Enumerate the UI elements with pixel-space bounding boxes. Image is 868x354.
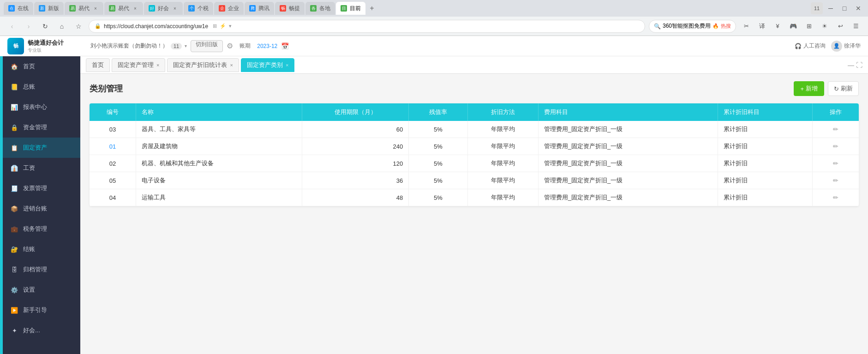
tab-label-2: 新版 (48, 5, 59, 12)
minimize-button[interactable]: ─ (825, 2, 837, 14)
undo-icon[interactable]: ↩ (834, 20, 847, 33)
new-tab-button[interactable]: + (366, 3, 377, 14)
content-tab-fixed-dep-close[interactable]: × (230, 62, 233, 68)
sidebar-item-tax[interactable]: 💼 税务管理 (3, 219, 80, 239)
content-tab-fixed-mgmt-close[interactable]: × (156, 62, 159, 68)
browser-tab-6[interactable]: 个 个税 (184, 2, 213, 15)
user-avatar[interactable]: 👤 徐泽华 (831, 41, 861, 52)
menu-icon[interactable]: ☰ (850, 20, 862, 33)
edit-button-4[interactable]: ✏ (833, 177, 838, 184)
back-button[interactable]: ‹ (6, 20, 18, 33)
sidebar-item-fixed[interactable]: 📋 固定资产 (3, 138, 80, 158)
cell-accum-3: 累计折旧 (718, 155, 812, 172)
edit-button-5[interactable]: ✏ (833, 194, 838, 201)
consult-label: 人工咨询 (803, 42, 826, 50)
url-text: https://cloud.chanjet.com/accounting/uw1… (104, 23, 208, 30)
sidebar-item-invoice[interactable]: 🧾 发票管理 (3, 178, 80, 198)
grid-icon[interactable]: ⊞ (802, 20, 815, 33)
tab-label-10: 各地 (319, 5, 330, 12)
cell-method-4: 年限平均 (467, 172, 538, 189)
calendar-icon[interactable]: 📅 (281, 42, 289, 50)
home-nav-button[interactable]: ⌂ (55, 20, 68, 33)
tab-favicon-1: 在 (8, 5, 15, 12)
sidebar-label-ledger: 总账 (23, 83, 73, 91)
browser-tab-4[interactable]: 易 易代 × (104, 2, 143, 15)
forward-button[interactable]: › (22, 20, 35, 33)
user-info[interactable]: 刘小艳演示账套（勿删勿动！） 11 ▾ (90, 42, 187, 50)
sidebar-item-home[interactable]: 🏠 首页 (3, 56, 80, 77)
archive-icon: 🗄 (10, 265, 18, 274)
edit-button-1[interactable]: ✏ (833, 126, 838, 133)
tab-close-5[interactable]: × (172, 5, 178, 12)
browser-tab-1[interactable]: 在 在线 (4, 2, 33, 15)
switch-version-button[interactable]: 切到旧版 (191, 40, 223, 52)
sidebar-label-invoice: 发票管理 (23, 184, 73, 192)
edit-button-3[interactable]: ✏ (833, 160, 838, 167)
sidebar-item-salary[interactable]: 👔 工资 (3, 158, 80, 178)
browser-tab-11[interactable]: 目 目前 (336, 2, 365, 15)
sidebar-item-report[interactable]: 📊 报表中心 (3, 97, 80, 117)
add-category-button[interactable]: + 新增 (794, 81, 824, 96)
content-maximize-icon[interactable]: ⛶ (856, 61, 862, 69)
bookmark-button[interactable]: ☆ (72, 20, 85, 33)
logo-icon-text: 畅 (13, 42, 18, 49)
sidebar-item-archive[interactable]: 🗄 归档管理 (3, 259, 80, 280)
browser-tab-3[interactable]: 易 易代 × (65, 2, 103, 15)
tab-close-3[interactable]: × (92, 5, 99, 12)
consult-button[interactable]: 🎧 人工咨询 (795, 42, 826, 50)
browser-tab-10[interactable]: 各 各地 (305, 2, 335, 15)
window-controls: 11 ─ □ ✕ (811, 2, 864, 14)
sidebar-item-more[interactable]: ✦ 好会... (3, 320, 80, 341)
tab-close-4[interactable]: × (132, 5, 138, 12)
sidebar-item-stock[interactable]: 📦 进销台账 (3, 198, 80, 219)
tab-count-badge[interactable]: 11 (811, 2, 823, 14)
cell-period-3: 120 (302, 155, 409, 172)
coupon-icon[interactable]: ¥ (771, 20, 784, 33)
tab-favicon-10: 各 (310, 5, 317, 12)
browser-tab-8[interactable]: 腾 腾讯 (245, 2, 274, 15)
content-tab-fixed-cat-close[interactable]: × (286, 62, 288, 68)
maximize-button[interactable]: □ (838, 2, 850, 14)
col-method: 折旧方法 (467, 103, 538, 121)
sidebar-item-close[interactable]: 🔐 结账 (3, 239, 80, 259)
content-minimize-icon[interactable]: — (848, 61, 854, 69)
refresh-button[interactable]: ↻ (39, 20, 52, 33)
user-count-badge: 11 (171, 43, 182, 49)
search-bar[interactable]: 🔍 360智能抠图免费用 🔥 热搜 (649, 20, 736, 33)
url-bar[interactable]: 🔒 https://cloud.chanjet.com/accounting/u… (89, 20, 645, 33)
tab-favicon-7: 企 (219, 5, 225, 12)
report-icon: 📊 (10, 103, 18, 111)
sidebar-item-ledger[interactable]: 📒 总账 (3, 77, 80, 97)
sidebar-label-guide: 新手引导 (23, 306, 73, 314)
browser-tab-2[interactable]: 新 新版 (34, 2, 64, 15)
url-dropdown-icon[interactable]: ▾ (229, 23, 232, 29)
content-tab-fixed-cat[interactable]: 固定资产类别 × (241, 58, 294, 72)
content-tab-fixed-dep[interactable]: 固定资产折旧统计表 × (167, 58, 239, 72)
brightness-icon[interactable]: ☀ (818, 20, 831, 33)
settings-icon: ⚙️ (10, 286, 18, 294)
browser-tab-9[interactable]: 畅 畅提 (275, 2, 305, 15)
cell-action-3: ✏ (812, 155, 859, 172)
content-tab-fixed-mgmt[interactable]: 固定资产管理 × (112, 58, 165, 72)
sidebar-item-fund[interactable]: 🔒 资金管理 (3, 117, 80, 138)
add-button-label: 新增 (806, 84, 818, 93)
gear-icon[interactable]: ⚙ (227, 42, 233, 50)
cell-expense-4: 管理费用_固定资产折旧_一级 (538, 172, 718, 189)
cut-icon[interactable]: ✂ (740, 20, 753, 33)
browser-tab-7[interactable]: 企 企业 (214, 2, 244, 15)
game-icon[interactable]: 🎮 (787, 20, 800, 33)
content-tab-home[interactable]: 首页 (86, 58, 110, 72)
sidebar-item-settings[interactable]: ⚙️ 设置 (3, 280, 80, 300)
tab-favicon-6: 个 (188, 5, 195, 12)
refresh-button[interactable]: ↻ 刷新 (828, 81, 859, 96)
edit-button-2[interactable]: ✏ (833, 143, 838, 150)
cell-accum-2: 累计折旧 (718, 138, 812, 155)
close-button[interactable]: ✕ (852, 2, 864, 14)
sidebar-item-guide[interactable]: ▶️ 新手引导 (3, 300, 80, 320)
translate-icon[interactable]: 译 (755, 20, 768, 33)
cell-period-4: 36 (302, 172, 409, 189)
cell-residual-1: 5% (409, 121, 467, 138)
tab-favicon-3: 易 (69, 5, 76, 12)
browser-tab-5[interactable]: 好 好会 × (144, 2, 183, 15)
logo-main-text: 畅捷通好会计 (28, 39, 64, 47)
